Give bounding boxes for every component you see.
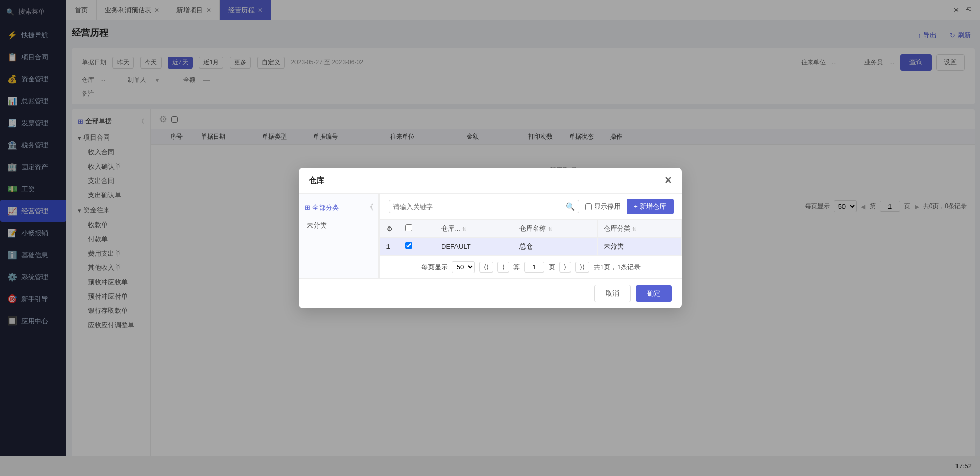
- th-category: 仓库分类 ⇅: [597, 220, 681, 238]
- modal-left-panel: ⊞ 全部分类 《 未分类: [299, 194, 380, 278]
- cancel-button[interactable]: 取消: [594, 285, 631, 302]
- th-name: 仓库名称 ⇅: [513, 220, 598, 238]
- row-name: 总仓: [513, 238, 598, 256]
- table-row[interactable]: 1 DEFAULT 总仓 未分类: [380, 238, 682, 256]
- modal-right-panel: 🔍 显示停用 + 新增仓库 ⚙: [380, 194, 682, 278]
- prev-page-btn[interactable]: ⟨: [497, 262, 509, 273]
- row-category: 未分类: [597, 238, 681, 256]
- all-category-btn[interactable]: ⊞ 全部分类: [305, 203, 339, 212]
- confirm-button[interactable]: 确定: [636, 285, 672, 302]
- th-select: [399, 220, 435, 238]
- table-head-row: ⚙ 仓库... ⇅ 仓库名称: [380, 220, 682, 238]
- show-disabled-text: 显示停用: [594, 202, 621, 211]
- search-input[interactable]: [393, 203, 564, 211]
- search-box: 🔍: [389, 200, 580, 213]
- sort-icon: ⇅: [548, 226, 552, 232]
- row-checkbox[interactable]: [399, 238, 435, 256]
- page-word-page: 页: [549, 263, 555, 272]
- modal-per-page-select[interactable]: 50: [452, 261, 475, 273]
- modal-page-input[interactable]: [524, 262, 544, 273]
- modal-table: ⚙ 仓库... ⇅ 仓库名称: [380, 220, 682, 256]
- table-head: ⚙ 仓库... ⇅ 仓库名称: [380, 220, 682, 238]
- modal-toolbar: 🔍 显示停用 + 新增仓库: [380, 194, 682, 220]
- search-icon: 🔍: [566, 202, 575, 211]
- next-page-btn[interactable]: ⟩: [559, 262, 571, 273]
- last-page-btn[interactable]: ⟩⟩: [575, 262, 589, 273]
- modal-title: 仓库: [309, 176, 324, 186]
- show-disabled-checkbox[interactable]: [585, 203, 592, 210]
- category-grid-icon: ⊞: [305, 203, 310, 211]
- th-gear: ⚙: [380, 220, 399, 238]
- modal-overlay: 仓库 ✕ ⊞ 全部分类 《 未分类: [0, 0, 980, 476]
- left-panel-item-uncategorized[interactable]: 未分类: [299, 217, 380, 234]
- per-page-label: 每页显示: [421, 263, 448, 272]
- add-warehouse-button[interactable]: + 新增仓库: [627, 199, 673, 214]
- row-no: 1: [380, 238, 399, 256]
- modal-body: ⊞ 全部分类 《 未分类 🔍: [299, 194, 682, 278]
- row-select-checkbox[interactable]: [405, 242, 412, 249]
- warehouse-modal: 仓库 ✕ ⊞ 全部分类 《 未分类: [299, 168, 682, 308]
- warehouse-table: ⚙ 仓库... ⇅ 仓库名称: [380, 220, 682, 256]
- modal-actions: 取消 确定: [299, 278, 682, 308]
- gear-icon: ⚙: [386, 225, 393, 233]
- first-page-btn[interactable]: ⟨⟨: [479, 262, 493, 273]
- th-code: 仓库... ⇅: [435, 220, 513, 238]
- select-all-checkbox[interactable]: [405, 224, 412, 231]
- modal-header: 仓库 ✕: [299, 168, 682, 194]
- row-code: DEFAULT: [435, 238, 513, 256]
- modal-pagination: 每页显示 50 ⟨⟨ ⟨ 算 页 ⟩ ⟩⟩ 共1页，1条记录: [380, 256, 682, 278]
- all-category-label: 全部分类: [312, 203, 339, 212]
- page-word: 算: [513, 263, 520, 272]
- table-body: 1 DEFAULT 总仓 未分类: [380, 238, 682, 256]
- sort-icon: ⇅: [462, 226, 466, 232]
- show-disabled-label[interactable]: 显示停用: [585, 202, 621, 211]
- sort-icon: ⇅: [632, 226, 636, 232]
- left-panel-scrollbar: [378, 194, 380, 278]
- left-panel-header: ⊞ 全部分类 《: [299, 200, 380, 217]
- modal-close-button[interactable]: ✕: [664, 175, 672, 186]
- total-text: 共1页，1条记录: [594, 263, 641, 272]
- left-panel-collapse-btn[interactable]: 《: [366, 202, 374, 213]
